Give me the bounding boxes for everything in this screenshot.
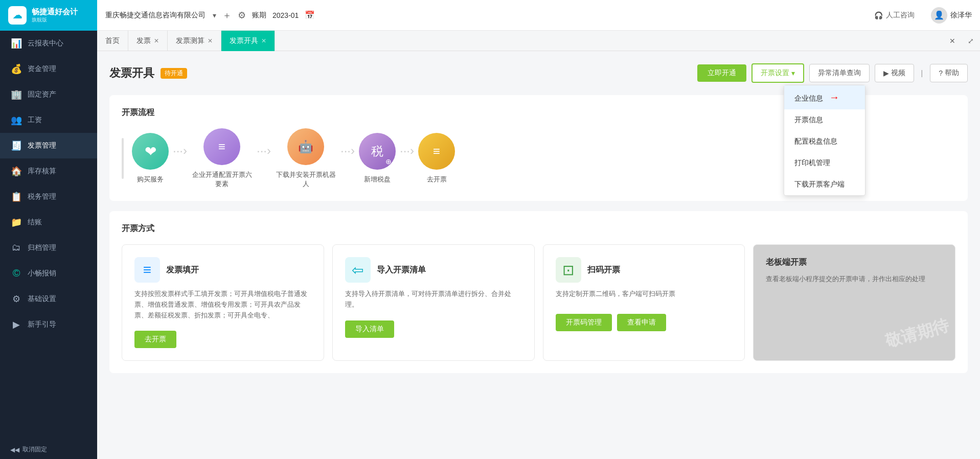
flow-step-config-elements: ≡ 企业开通配置开票六要素: [191, 128, 253, 189]
company-name: 重庆畅捷交通信息咨询有限公司: [105, 11, 206, 20]
flow-step-download-install: 🤖 下载并安装开票机器人: [275, 128, 336, 189]
dropdown-item-company-info[interactable]: 企业信息 →: [784, 85, 865, 109]
method-section-title: 开票方式: [122, 223, 955, 234]
header-settings-icon[interactable]: ⚙: [238, 10, 246, 21]
fund-mgmt-icon: 💰: [10, 63, 22, 75]
salary-icon: 👥: [10, 114, 22, 126]
sidebar-item-cloud-report[interactable]: 📊 云报表中心: [0, 31, 97, 56]
inventory-icon: 🏠: [10, 166, 22, 177]
period-label: 账期: [252, 11, 266, 20]
method-cards: ≡ 发票填开 支持按照发票样式手工填开发票；可开具增值税电子普通发票、增值税普通…: [122, 244, 955, 361]
sidebar-logo: ☁ 畅捷通好会计 旗舰版: [0, 0, 97, 31]
import-list-button[interactable]: 导入清单: [345, 320, 394, 338]
basic-settings-icon: ⚙: [10, 293, 22, 305]
support-button[interactable]: 🎧 人工咨询: [874, 11, 915, 20]
settings-dropdown: 企业信息 → 开票信息 配置税盘信息 打印机管理 下: [784, 85, 865, 196]
question-icon: ?: [939, 69, 943, 77]
sidebar-item-fund-mgmt[interactable]: 💰 资金管理: [0, 56, 97, 82]
sidebar-nav: 📊 云报表中心 💰 资金管理 🏢 固定资产 👥 工资 🧾 发票管理 🏠: [0, 31, 97, 440]
page-content: 发票开具 待开通 立即开通 开票设置 ▾ 异常清单查询 ▶ 视频 | ?: [97, 51, 980, 459]
tab-invoice-test[interactable]: 发票测算 ✕: [168, 31, 221, 51]
add-company-icon[interactable]: ＋: [222, 9, 232, 21]
calendar-icon[interactable]: 📅: [305, 10, 315, 20]
dropdown-item-tax-disk-info[interactable]: 配置税盘信息: [784, 131, 865, 152]
flow-step-buy-service: ❤ 购买服务: [132, 133, 169, 184]
company-dropdown-icon[interactable]: ▾: [213, 11, 216, 19]
xiao-report-icon: ©: [10, 267, 22, 279]
sidebar-item-archive[interactable]: 🗂 归档管理: [0, 235, 97, 260]
go-invoice-icon: ≡: [418, 133, 455, 170]
main-area: 重庆畅捷交通信息咨询有限公司 ▾ ＋ ⚙ 账期 2023-01 📅 🎧 人工咨询…: [97, 0, 980, 459]
cloud-report-icon: 📊: [10, 38, 22, 49]
play-icon: ▶: [883, 69, 889, 77]
tax-mgmt-icon: 📋: [10, 191, 22, 202]
chevron-down-icon: ▾: [791, 69, 795, 77]
video-button[interactable]: ▶ 视频: [875, 64, 914, 82]
tab-invoice-close[interactable]: ✕: [154, 37, 159, 44]
flow-step-go-invoice: ≡ 去开票: [418, 133, 455, 184]
tabs-bar: 首页 发票 ✕ 发票测算 ✕ 发票开具 ✕ ✕ ⤢: [97, 31, 980, 51]
sidebar-item-invoice-mgmt[interactable]: 🧾 发票管理: [0, 133, 97, 158]
invoice-mgmt-icon: 🧾: [10, 140, 22, 151]
sidebar: ☁ 畅捷通好会计 旗舰版 📊 云报表中心 💰 资金管理 🏢 固定资产 👥 工资: [0, 0, 97, 459]
user-menu[interactable]: 👤 徐泽华: [931, 7, 972, 24]
sidebar-item-new-guide[interactable]: ▶ 新手引导: [0, 312, 97, 337]
add-taxdisk-icon: 税⊕: [359, 133, 396, 170]
fill-invoice-button[interactable]: 去开票: [134, 331, 176, 348]
settings-button[interactable]: 开票设置 ▾: [751, 63, 804, 83]
sidebar-item-fixed-assets[interactable]: 🏢 固定资产: [0, 82, 97, 107]
tab-expand[interactable]: ⤢: [962, 31, 980, 51]
archive-icon: 🗂: [10, 242, 22, 253]
logo-icon: ☁: [8, 6, 27, 25]
tab-close-all[interactable]: ✕: [943, 31, 962, 51]
import-list-icon: ⇦: [345, 257, 371, 283]
header: 重庆畅捷交通信息咨询有限公司 ▾ ＋ ⚙ 账期 2023-01 📅 🎧 人工咨询…: [97, 0, 980, 31]
flow-arrow-2: ···›: [257, 144, 271, 158]
help-button[interactable]: ? 帮助: [930, 64, 968, 82]
logo-text: 畅捷通好会计 旗舰版: [32, 7, 78, 24]
fixed-assets-icon: 🏢: [10, 89, 22, 100]
sidebar-item-settle[interactable]: 📁 结账: [0, 210, 97, 235]
download-install-icon: 🤖: [287, 128, 324, 165]
flow-arrow-3: ···›: [340, 144, 355, 158]
sidebar-item-inventory[interactable]: 🏠 库存核算: [0, 158, 97, 184]
new-guide-icon: ▶: [10, 319, 22, 330]
red-arrow-icon: →: [829, 91, 839, 103]
sidebar-item-xiao-report[interactable]: © 小畅报销: [0, 260, 97, 286]
page-header: 发票开具 待开通 立即开通 开票设置 ▾ 异常清单查询 ▶ 视频 | ?: [109, 63, 968, 83]
method-card-scan-invoice: ⊡ 扫码开票 支持定制开票二维码，客户端可扫码开票 开票码管理 查看申请: [543, 244, 745, 361]
flow-arrow-4: ···›: [400, 144, 414, 158]
tab-invoice[interactable]: 发票 ✕: [128, 31, 168, 51]
tab-home[interactable]: 首页: [97, 31, 128, 51]
dropdown-item-download-client[interactable]: 下载开票客户端: [784, 174, 865, 195]
tab-invoice-open[interactable]: 发票开具 ✕: [221, 31, 275, 51]
user-avatar: 👤: [931, 7, 947, 24]
buy-service-icon: ❤: [132, 133, 169, 170]
page-actions: 立即开通 开票设置 ▾ 异常清单查询 ▶ 视频 | ? 帮助: [697, 63, 968, 83]
headset-icon: 🎧: [874, 11, 883, 19]
method-card-boss-invoice: 老板端开票 查看老板端小程序提交的开票申请，并作出相应的处理 敬请期待: [753, 244, 955, 361]
method-section: 开票方式 ≡ 发票填开 支持按照发票样式手工填开发票；可开具增值税电子普通发票、…: [109, 211, 968, 373]
method-card-fill-invoice: ≡ 发票填开 支持按照发票样式手工填开发票；可开具增值税电子普通发票、增值税普通…: [122, 244, 324, 361]
sidebar-item-basic-settings[interactable]: ⚙ 基础设置: [0, 286, 97, 312]
tab-invoice-test-close[interactable]: ✕: [208, 37, 213, 44]
sidebar-item-salary[interactable]: 👥 工资: [0, 107, 97, 133]
page-title: 发票开具: [109, 65, 154, 81]
dropdown-item-invoice-info[interactable]: 开票信息: [784, 109, 865, 131]
overlay-text: 敬请期待: [882, 315, 951, 354]
method-card-import-list: ⇦ 导入开票清单 支持导入待开票清单，可对待开票清单进行拆分、合并处理。 导入清…: [332, 244, 535, 361]
sidebar-item-tax-mgmt[interactable]: 📋 税务管理: [0, 184, 97, 210]
scan-invoice-code-btn[interactable]: 开票码管理: [556, 314, 612, 331]
sidebar-bottom-cancel-pin[interactable]: ◀◀ 取消固定: [0, 440, 97, 459]
config-elements-icon: ≡: [203, 128, 240, 165]
activate-button[interactable]: 立即开通: [697, 64, 746, 82]
scan-invoice-icon: ⊡: [556, 257, 581, 283]
settle-icon: 📁: [10, 217, 22, 228]
cancel-pin-icon: ◀◀: [10, 446, 19, 453]
tab-invoice-open-close[interactable]: ✕: [261, 37, 266, 44]
scan-invoice-view-btn[interactable]: 查看申请: [617, 314, 666, 331]
exception-query-button[interactable]: 异常清单查询: [809, 64, 870, 82]
fill-invoice-icon: ≡: [134, 257, 160, 283]
dropdown-item-printer-mgmt[interactable]: 打印机管理: [784, 152, 865, 174]
flow-step-add-taxdisk: 税⊕ 新增税盘: [359, 133, 396, 184]
